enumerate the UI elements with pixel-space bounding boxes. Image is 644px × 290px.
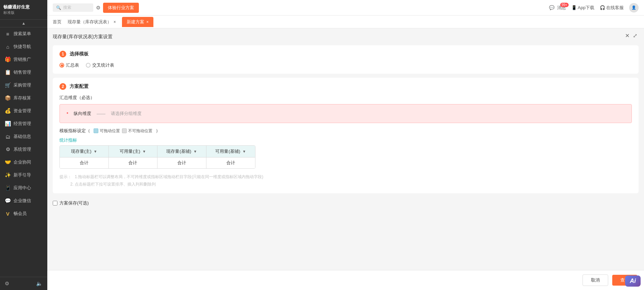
- stat-col-cell-2: 合计: [157, 158, 206, 168]
- stat-col-cell-3: 合计: [206, 158, 255, 168]
- dimension-required: *: [67, 111, 68, 116]
- ai-badge[interactable]: Ai: [625, 275, 641, 287]
- col-header-label-0: 现存量(主): [71, 148, 92, 154]
- tab-inventory[interactable]: 现存量（库存状况表） ×: [63, 17, 121, 27]
- trial-btn[interactable]: 体验行业方案: [103, 3, 139, 13]
- purchase-icon: 🛒: [5, 82, 11, 88]
- step1-label: 1 选择模板: [59, 51, 632, 57]
- sidebar-item-finance[interactable]: 💰 资金管理: [0, 104, 47, 117]
- step1-card: 1 选择模板 汇总表 交叉统计表: [53, 45, 639, 74]
- movable-label: 可拖动位置: [100, 128, 120, 134]
- sales-icon: 📋: [5, 69, 11, 75]
- tab-new-plan[interactable]: 新建方案 ×: [122, 17, 153, 27]
- content-area: ✕ ⤢ 现存量(库存状况表)方案设置 1 选择模板 汇总表 交叉统计表: [47, 28, 644, 270]
- sidebar-item-label: 企业协同: [14, 159, 31, 165]
- indicator-label-text: 模板指标设定（: [59, 128, 90, 134]
- vip-icon: V: [5, 211, 11, 217]
- topbar: 🔍 搜索 ⚙ 体验行业方案 💬 99+ 消息 📱 App下载 🎧 在线客服 👤: [47, 0, 644, 16]
- sidebar-item-new-guide[interactable]: ✨ 新手引导: [0, 169, 47, 182]
- sidebar-item-wechat[interactable]: 💬 企业微信: [0, 194, 47, 207]
- sidebar-item-label: 基础信息: [14, 134, 31, 140]
- dimension-placeholder: 请选择分组维度: [111, 111, 142, 117]
- step2-card: 2 方案配置 汇总维度（必选） * 纵向维度 —— 请选择分组维度 模板指标设定…: [53, 78, 639, 193]
- page-title: 现存量(库存状况表)方案设置: [53, 34, 639, 40]
- toggle-movable: 可拖动位置: [94, 128, 120, 134]
- stat-col-header-3[interactable]: 可用量(基辅) ▼: [206, 146, 255, 157]
- chevron-down-icon-1[interactable]: ▼: [142, 149, 146, 153]
- sidebar: 畅赚通好生意 标准版 ▲ ≡ 搜索菜单 ⌂ 快捷导航 🎁 营销推广 📋 销售管理…: [0, 0, 47, 290]
- chevron-down-icon-2[interactable]: ▼: [193, 149, 197, 153]
- enterprise-icon: 🤝: [5, 159, 11, 165]
- sidebar-item-search-menu[interactable]: ≡ 搜索菜单: [0, 27, 47, 40]
- sidebar-item-sys-mgmt[interactable]: ⚙ 系统管理: [0, 143, 47, 156]
- stat-col-header-2[interactable]: 现存量(基辅) ▼: [157, 146, 206, 157]
- radio-huizong-label: 汇总表: [66, 62, 79, 68]
- ops-icon: 📊: [5, 121, 11, 127]
- dimension-section-label: 汇总维度（必选）: [59, 95, 632, 101]
- app-download-label: App下载: [578, 5, 594, 11]
- content-toolbar: ✕ ⤢: [625, 32, 637, 39]
- tips-title: 提示：: [59, 174, 72, 179]
- wechat-icon: 💬: [5, 198, 11, 204]
- headset-icon: 🎧: [600, 5, 605, 10]
- sidebar-item-label: 快捷导航: [14, 44, 31, 50]
- tab-new-plan-close[interactable]: ×: [146, 20, 149, 24]
- cancel-button[interactable]: 取消: [583, 274, 608, 286]
- cell-label-1: 合计: [128, 160, 137, 166]
- chevron-down-icon-0[interactable]: ▼: [94, 149, 97, 153]
- dimension-box[interactable]: * 纵向维度 —— 请选择分组维度: [59, 104, 632, 123]
- stat-table: 现存量(主) ▼ 可用量(主) ▼ 现存量(基辅) ▼ 可用量(基辅): [59, 145, 255, 169]
- sidebar-item-sales[interactable]: 📋 销售管理: [0, 66, 47, 79]
- tab-home[interactable]: 首页: [53, 19, 61, 25]
- settings-icon[interactable]: ⚙: [5, 281, 9, 287]
- sidebar-item-app-center[interactable]: 📱 应用中心: [0, 182, 47, 194]
- sidebar-item-vip[interactable]: V 畅会员: [0, 207, 47, 220]
- sidebar-item-basic-info[interactable]: 🗂 基础信息: [0, 130, 47, 143]
- search-placeholder: 搜索: [63, 5, 71, 10]
- sidebar-item-marketing[interactable]: 🎁 营销推广: [0, 53, 47, 66]
- stat-table-title: 统计指标: [59, 137, 632, 143]
- chat-icon: 💬: [549, 5, 554, 10]
- sys-icon: ⚙: [5, 146, 11, 152]
- online-service-label: 在线客服: [606, 5, 624, 11]
- topbar-search[interactable]: 🔍 搜索: [53, 3, 93, 12]
- online-service-link[interactable]: 🎧 在线客服: [600, 5, 624, 11]
- sidebar-item-enterprise[interactable]: 🤝 企业协同: [0, 156, 47, 169]
- sidebar-item-label: 营销推广: [14, 56, 31, 63]
- tab-new-plan-label: 新建方案: [127, 19, 144, 25]
- audio-icon[interactable]: 🔈: [36, 281, 43, 287]
- scroll-up-icon[interactable]: ▲: [22, 21, 26, 26]
- topbar-gear-icon[interactable]: ⚙: [96, 5, 100, 11]
- close-content-icon[interactable]: ✕: [625, 32, 629, 39]
- radio-huizong[interactable]: 汇总表: [59, 62, 79, 68]
- message-icon[interactable]: 💬 99+ 消息: [549, 5, 566, 11]
- sidebar-item-label: 应用中心: [14, 185, 31, 191]
- chevron-down-icon-3[interactable]: ▼: [242, 149, 246, 153]
- template-radio-group: 汇总表 交叉统计表: [59, 62, 632, 68]
- main-area: 🔍 搜索 ⚙ 体验行业方案 💬 99+ 消息 📱 App下载 🎧 在线客服 👤: [47, 0, 644, 290]
- app-download-link[interactable]: 📱 App下载: [571, 5, 594, 11]
- stat-col-header-1[interactable]: 可用量(主) ▼: [109, 146, 158, 157]
- info-icon: 🗂: [5, 134, 11, 140]
- sidebar-item-label: 搜索菜单: [14, 31, 31, 37]
- expand-icon[interactable]: ⤢: [633, 32, 637, 39]
- stat-col-header-0[interactable]: 现存量(主) ▼: [60, 146, 109, 157]
- immovable-label: 不可拖动位置: [128, 128, 152, 134]
- indicator-label-end: ）: [156, 128, 160, 134]
- tab-inventory-close[interactable]: ×: [114, 20, 116, 24]
- sidebar-item-label: 系统管理: [14, 146, 31, 152]
- avatar[interactable]: 👤: [629, 3, 639, 13]
- sidebar-scroll-up[interactable]: ▲: [0, 20, 47, 27]
- col-header-label-2: 现存量(基辅): [166, 148, 191, 154]
- sidebar-item-ops[interactable]: 📊 经营管理: [0, 117, 47, 130]
- save-checkbox[interactable]: [53, 201, 57, 206]
- stat-table-header: 现存量(主) ▼ 可用量(主) ▼ 现存量(基辅) ▼ 可用量(基辅): [60, 146, 255, 157]
- sidebar-item-shortcut-nav[interactable]: ⌂ 快捷导航: [0, 40, 47, 53]
- sidebar-item-inventory[interactable]: 📦 库存核算: [0, 92, 47, 104]
- guide-icon: ✨: [5, 172, 11, 178]
- search-menu-icon: ≡: [5, 31, 11, 37]
- radio-jiaocha[interactable]: 交叉统计表: [86, 62, 114, 68]
- stat-col-cell-1: 合计: [109, 158, 158, 168]
- sidebar-item-purchase[interactable]: 🛒 采购管理: [0, 79, 47, 92]
- radio-dot-jiaocha: [86, 63, 91, 68]
